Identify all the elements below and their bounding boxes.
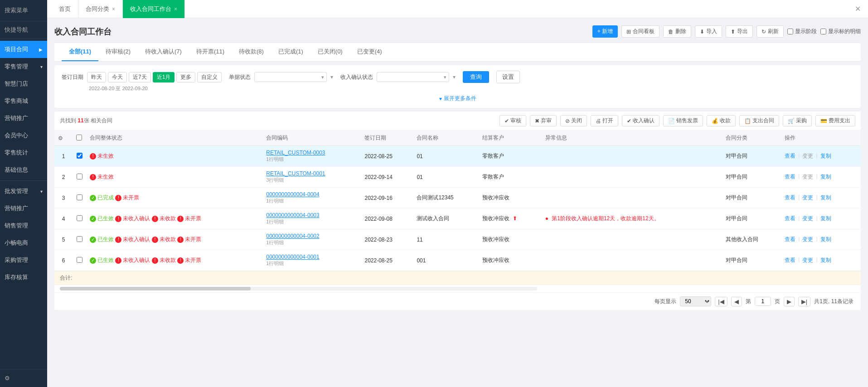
date-btn-7days[interactable]: 近7天 [129, 72, 151, 82]
action-view-2[interactable]: 查看 [785, 173, 795, 181]
page-size-select[interactable]: 10 20 50 100 [680, 296, 711, 306]
sidebar-item-batch-marketing[interactable]: 营销推广 [0, 200, 47, 217]
action-view-1[interactable]: 查看 [785, 152, 795, 160]
sidebar-item-smart-store[interactable]: 智慧门店 [0, 75, 47, 92]
next-page-button[interactable]: ▶ [784, 297, 795, 306]
action-change-6[interactable]: 变更 [802, 256, 813, 264]
refresh-button[interactable]: ↻ 刷新 [756, 25, 784, 38]
action-change-1[interactable]: 变更 [802, 152, 813, 160]
filter-tab-all[interactable]: 全部(11) [62, 43, 98, 61]
expand-conditions-button[interactable]: ▾ 展开更多条件 [62, 95, 853, 102]
action-change-4[interactable]: 变更 [802, 215, 813, 223]
action-copy-3[interactable]: 复制 [820, 194, 831, 202]
sidebar-item-purchase[interactable]: 采购管理 [0, 252, 47, 269]
sales-invoice-button[interactable]: 📄 销售发票 [663, 115, 703, 126]
contract-link-1[interactable]: RETAIL_CUSTOM-0003 [266, 150, 357, 156]
tab-contract-category[interactable]: 合同分类 × [78, 0, 123, 18]
date-btn-more[interactable]: 更多 [176, 72, 195, 82]
sidebar-search[interactable]: 搜索菜单 [0, 0, 47, 21]
action-change-2[interactable]: 变更 [802, 173, 813, 181]
action-change-3[interactable]: 变更 [802, 194, 813, 202]
th-settings[interactable]: ⚙ [54, 131, 73, 146]
action-view-6[interactable]: 查看 [785, 256, 795, 264]
contract-link-3[interactable]: 0000000000004-0004 [266, 191, 357, 198]
sidebar-item-member[interactable]: 会员中心 [0, 127, 47, 144]
action-copy-1[interactable]: 复制 [820, 152, 831, 160]
action-view-4[interactable]: 查看 [785, 215, 795, 223]
sidebar-quick-nav[interactable]: 快捷导航 [0, 21, 47, 37]
setting-button[interactable]: 设置 [496, 71, 520, 83]
action-change-5[interactable]: 变更 [802, 236, 813, 243]
sidebar-item-sales-mgmt[interactable]: 销售管理 [0, 217, 47, 234]
sidebar-item-batch-mgmt[interactable]: 批发管理 ▾ [0, 183, 47, 200]
first-page-button[interactable]: |◀ [715, 297, 727, 306]
print-button[interactable]: 🖨 打开 [591, 115, 618, 126]
sidebar-settings[interactable]: ⚙ [0, 369, 47, 387]
purchase-button[interactable]: 🛒 采购 [783, 115, 812, 126]
delete-button[interactable]: 🗑 删除 [663, 25, 691, 38]
action-view-3[interactable]: 查看 [785, 194, 795, 202]
payment-button[interactable]: 💰 收款 [707, 115, 736, 126]
sidebar-item-basic-info[interactable]: 基础信息 [0, 161, 47, 179]
row-checkbox-4[interactable] [73, 208, 86, 229]
show-details-checkbox-wrapper[interactable]: 显示标的明细 [820, 28, 861, 35]
select-all-checkbox[interactable] [76, 135, 82, 140]
abandon-button[interactable]: ✖ 弃审 [530, 115, 557, 126]
filter-tab-changed[interactable]: 已变更(4) [350, 43, 389, 61]
show-fields-checkbox-wrapper[interactable]: 显示阶段 [787, 28, 817, 35]
show-fields-checkbox[interactable] [787, 29, 793, 34]
date-btn-custom[interactable]: 自定义 [197, 72, 222, 82]
action-view-5[interactable]: 查看 [785, 236, 795, 243]
income-confirm-select[interactable] [377, 72, 449, 82]
sidebar-item-project[interactable]: 项目合同 ▶ [0, 41, 47, 58]
fee-out-button[interactable]: 💳 费用支出 [815, 115, 855, 126]
sidebar-item-retail-mgmt[interactable]: 零售管理 ▾ [0, 58, 47, 75]
sidebar-item-retail-stats[interactable]: 零售统计 [0, 144, 47, 161]
tab-close-contract-category[interactable]: × [112, 0, 115, 18]
contract-link-5[interactable]: 0000000000004-0002 [266, 233, 357, 239]
prev-page-button[interactable]: ◀ [731, 297, 742, 306]
last-page-button[interactable]: ▶| [798, 297, 810, 306]
row-checkbox-5[interactable] [73, 229, 86, 250]
doc-status-select[interactable] [254, 72, 327, 82]
show-details-checkbox[interactable] [820, 29, 826, 34]
query-button[interactable]: 查询 [463, 71, 489, 83]
close-button[interactable]: ⊘ 关闭 [560, 115, 587, 126]
add-button[interactable]: + 新增 [592, 25, 618, 38]
import-button[interactable]: ⬇ 导入 [695, 25, 722, 38]
row-checkbox-1[interactable] [73, 146, 86, 167]
sidebar-item-ecommerce[interactable]: 小畅电商 [0, 234, 47, 252]
filter-tab-pending-income-confirm[interactable]: 待收入确认(7) [138, 43, 189, 61]
action-copy-6[interactable]: 复制 [820, 256, 831, 264]
sidebar-item-retail-mall[interactable]: 零售商城 [0, 92, 47, 110]
action-copy-5[interactable]: 复制 [820, 236, 831, 243]
row-checkbox-2[interactable] [73, 167, 86, 188]
tab-income-workbench[interactable]: 收入合同工作台 × [123, 0, 185, 18]
contract-link-6[interactable]: 0000000000004-0001 [266, 254, 357, 260]
filter-tab-completed[interactable]: 已完成(1) [271, 43, 310, 61]
tab-home[interactable]: 首页 [52, 0, 78, 18]
row-checkbox-3[interactable] [73, 188, 86, 208]
export-button[interactable]: ⬆ 导出 [726, 25, 753, 38]
date-btn-1month[interactable]: 近1月 [153, 72, 175, 82]
tab-close-all-button[interactable]: ✕ [852, 5, 863, 13]
filter-tab-closed[interactable]: 已关闭(0) [310, 43, 350, 61]
row-checkbox-6[interactable] [73, 250, 86, 271]
filter-tab-pending-payment[interactable]: 待收款(8) [232, 43, 271, 61]
filter-tab-pending-invoice[interactable]: 待开票(11) [189, 43, 232, 61]
date-btn-today[interactable]: 今天 [108, 72, 127, 82]
tab-close-income-workbench[interactable]: × [174, 0, 177, 18]
sidebar-item-marketing[interactable]: 营销推广 [0, 110, 47, 127]
page-number-input[interactable] [755, 297, 771, 306]
contract-board-button[interactable]: ⊞ 合同看板 [621, 25, 659, 38]
th-checkbox[interactable] [73, 131, 86, 146]
expense-out-button[interactable]: 📋 支出合同 [739, 115, 779, 126]
contract-link-4[interactable]: 0000000000004-0003 [266, 212, 357, 218]
action-copy-4[interactable]: 复制 [820, 215, 831, 223]
income-confirm-button[interactable]: ✔ 收入确认 [622, 115, 659, 126]
contract-link-2[interactable]: RETAIL_CUSTOM-0001 [266, 170, 357, 177]
sidebar-item-inventory[interactable]: 库存核算 [0, 269, 47, 286]
action-copy-2[interactable]: 复制 [820, 173, 831, 181]
filter-tab-pending-review[interactable]: 待审核(2) [98, 43, 138, 61]
review-button[interactable]: ✔ 审核 [499, 115, 526, 126]
